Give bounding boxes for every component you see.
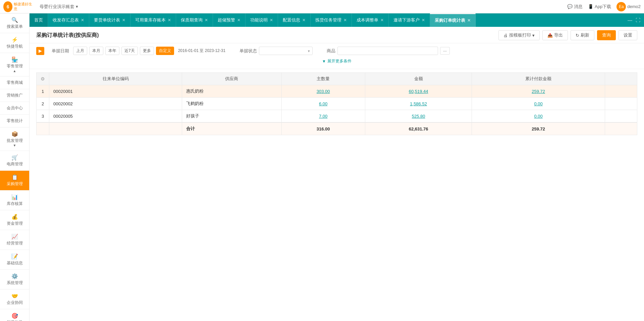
tab-caigoudingjian[interactable]: 采购订单统计表 ✕ <box>430 13 476 27</box>
sidebar-item-retail[interactable]: 🏪 零售管理 ▲ <box>0 53 29 76</box>
tab-peizhi-close[interactable]: ✕ <box>302 18 306 22</box>
footer-no <box>37 122 49 135</box>
date-btn-this-year[interactable]: 本年 <box>105 47 119 55</box>
sidebar-system-label: 系统管理 <box>7 280 23 286</box>
row-3-paid[interactable]: 0.00 <box>472 110 605 123</box>
tab-chengben-close[interactable]: ✕ <box>380 18 384 22</box>
tab-gongneng-close[interactable]: ✕ <box>270 18 273 22</box>
message-button[interactable]: 💬 消息 <box>567 4 583 10</box>
sidebar-item-search[interactable]: 🔍 搜索菜单 <box>0 13 29 33</box>
sidebar-quicknav-label: 快捷导航 <box>7 44 23 49</box>
purchase-icon: 📋 <box>11 174 18 180</box>
tab-baozhiqi[interactable]: 保质期查询 ✕ <box>176 13 213 27</box>
sidebar-item-retail-stats[interactable]: 零售统计 <box>0 115 29 127</box>
sidebar-collab-label: 企业协同 <box>7 300 23 306</box>
refresh-button[interactable]: ↻ 刷新 <box>571 30 594 40</box>
tab-chaochuyujing-label: 超储预警 <box>218 17 235 23</box>
tab-yaoqing[interactable]: 邀请下游客户 ✕ <box>389 13 430 27</box>
tab-peizhi[interactable]: 配置信息 ✕ <box>278 13 311 27</box>
nav-tab-bar: 首页 收发存汇总表 ✕ 要货单统计表 ✕ 可用量库存账本 ✕ 保质期查询 ✕ <box>30 13 644 27</box>
sidebar: 🔍 搜索菜单 ⚡ 快捷导航 🏪 零售管理 ▲ 零售商城 营销推广 会员中心 <box>0 13 30 321</box>
goods-more-button[interactable]: ··· <box>440 47 450 55</box>
sidebar-item-wholesale[interactable]: 📦 批发管理 ▼ <box>0 127 29 151</box>
tab-kuyun[interactable]: 可用量库存账本 ✕ <box>130 13 176 27</box>
date-btn-7days[interactable]: 近7天 <box>121 47 138 55</box>
row-2-paid[interactable]: 0.00 <box>472 98 605 110</box>
tab-kuyun-close[interactable]: ✕ <box>168 18 171 22</box>
window-minimize-button[interactable]: — <box>627 17 633 23</box>
workspace-selector[interactable]: 母婴行业演示账套 ▾ <box>40 4 79 10</box>
sidebar-item-inventory[interactable]: 📊 库存核算 <box>0 191 29 210</box>
row-3-supplier: 好孩子 <box>182 110 281 123</box>
settings-button[interactable]: 设置 <box>619 30 637 40</box>
row-3-amount[interactable]: 525.80 <box>365 110 472 123</box>
sidebar-item-marketing[interactable]: 营销推广 <box>0 89 29 102</box>
sidebar-item-member[interactable]: 会员中心 <box>0 102 29 115</box>
tab-caigoudingjian-close[interactable]: ✕ <box>467 18 471 23</box>
date-btn-last-month[interactable]: 上月 <box>73 47 87 55</box>
print-button[interactable]: 🖨 按模板打印 ▾ <box>498 30 540 40</box>
wholesale-icon: 📦 <box>11 131 18 137</box>
export-icon: 📤 <box>547 33 553 38</box>
download-icon: 📱 <box>588 4 593 9</box>
app-download-button[interactable]: 📱 App下载 <box>588 4 611 10</box>
sidebar-item-operations[interactable]: 📈 经营管理 <box>0 230 29 250</box>
sidebar-item-system[interactable]: ⚙️ 系统管理 <box>0 270 29 289</box>
row-1-supplier: 惠氏奶粉 <box>182 85 281 98</box>
logo-icon: 6 <box>3 1 12 12</box>
sidebar-wholesale-label: 批发管理 <box>7 138 23 144</box>
row-2-qty[interactable]: 6.00 <box>281 98 365 110</box>
tab-chaochuyujing[interactable]: 超储预警 ✕ <box>213 13 246 27</box>
row-2-amount[interactable]: 1,586.52 <box>365 98 472 110</box>
tab-shoufa[interactable]: 收发存汇总表 ✕ <box>48 13 89 27</box>
tab-baozhiqi-close[interactable]: ✕ <box>205 18 208 22</box>
tab-peihuorenwu[interactable]: 拣货任务管理 ✕ <box>311 13 352 27</box>
top-bar-center: 母婴行业演示账套 ▾ <box>33 4 567 10</box>
main-content: 采购订单统计表(按供应商) 🖨 按模板打印 ▾ 📤 导出 ↻ <box>30 27 644 321</box>
gear-settings-icon[interactable]: ⚙ <box>41 76 45 82</box>
row-2-extra <box>605 98 637 110</box>
sidebar-item-retail-shop[interactable]: 零售商城 <box>0 76 29 89</box>
footer-extra <box>605 122 637 135</box>
status-select[interactable] <box>259 47 313 55</box>
tab-gongneng[interactable]: 功能说明 ✕ <box>246 13 278 27</box>
sidebar-item-capital[interactable]: 💰 资金管理 <box>0 210 29 230</box>
date-btn-more[interactable]: 更多 <box>140 47 154 55</box>
row-2-supplier: 飞鹤奶粉 <box>182 98 281 110</box>
window-maximize-button[interactable]: ⛶ <box>635 17 641 23</box>
filter-toggle-arrow[interactable]: ▶ <box>36 47 44 55</box>
row-1-qty[interactable]: 303.00 <box>281 85 365 98</box>
logo-text: 畅捷通好生意 <box>14 2 33 11</box>
sidebar-item-new-guide[interactable]: 🎯 新手引导 <box>0 309 29 321</box>
tab-yaohuo-close[interactable]: ✕ <box>122 18 125 22</box>
tab-chengben[interactable]: 成本调整单 ✕ <box>352 13 389 27</box>
tab-yaohuo[interactable]: 要货单统计表 ✕ <box>89 13 130 27</box>
tab-peihuorenwu-close[interactable]: ✕ <box>343 18 347 22</box>
status-select-wrapper <box>259 47 313 55</box>
export-button[interactable]: 📤 导出 <box>542 30 568 40</box>
row-1-paid[interactable]: 259.72 <box>472 85 605 98</box>
sidebar-item-ecommerce[interactable]: 🛒 电商管理 <box>0 151 29 171</box>
query-button[interactable]: 查询 <box>597 30 616 40</box>
sidebar-basic-info-label: 基础信息 <box>7 260 23 266</box>
goods-filter-label: 商品 <box>327 48 335 54</box>
tab-home[interactable]: 首页 <box>30 13 48 27</box>
tab-chaochuyujing-close[interactable]: ✕ <box>237 18 240 22</box>
row-1-amount[interactable]: 60,519.44 <box>365 85 472 98</box>
logo-area: 6 畅捷通好生意 <box>3 1 33 12</box>
sidebar-ecommerce-label: 电商管理 <box>7 161 23 167</box>
sidebar-item-quicknav[interactable]: ⚡ 快捷导航 <box>0 33 29 53</box>
sidebar-item-basic-info[interactable]: 📝 基础信息 <box>0 250 29 270</box>
date-btn-custom[interactable]: 自定义 <box>156 47 174 55</box>
tab-shoufa-close[interactable]: ✕ <box>81 18 84 22</box>
row-3-qty[interactable]: 7.00 <box>281 110 365 123</box>
goods-input[interactable] <box>337 47 438 55</box>
tab-peihuorenwu-label: 拣货任务管理 <box>315 17 341 23</box>
system-icon: ⚙️ <box>11 273 18 279</box>
date-btn-this-month[interactable]: 本月 <box>89 47 103 55</box>
sidebar-item-purchase[interactable]: 📋 采购管理 <box>0 171 29 191</box>
user-area[interactable]: Ea demo2 <box>616 2 641 11</box>
tab-yaoqing-close[interactable]: ✕ <box>422 18 425 22</box>
sidebar-item-enterprise-collab[interactable]: 🤝 企业协同 <box>0 289 29 309</box>
expand-more-filter[interactable]: ▼ 展开更多条件 <box>36 57 637 65</box>
